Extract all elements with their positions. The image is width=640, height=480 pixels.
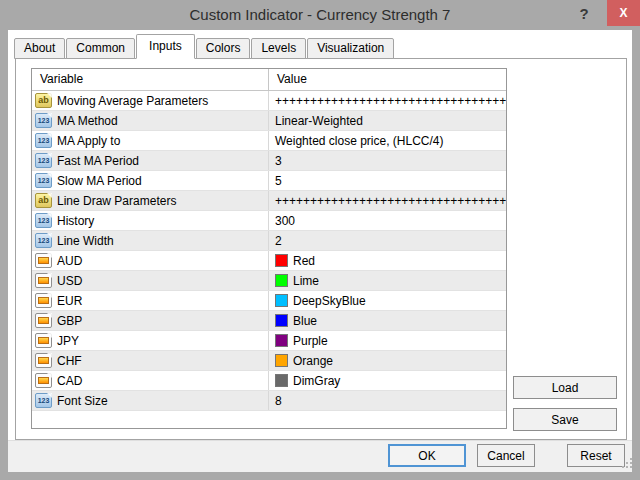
variable-label: MA Method xyxy=(57,112,118,130)
value-cell[interactable]: +++++++++++++++++++++++++++++++++ xyxy=(269,91,506,110)
numeric-param-icon: 123 xyxy=(35,153,52,168)
tab-inputs[interactable]: Inputs xyxy=(136,34,195,59)
variable-cell: CAD xyxy=(32,371,269,390)
variable-label: Slow MA Period xyxy=(57,172,142,190)
value-cell[interactable]: DimGray xyxy=(269,371,506,390)
numeric-param-icon: 123 xyxy=(35,393,52,408)
title-bar[interactable]: Custom Indicator - Currency Strength 7 ?… xyxy=(0,0,640,30)
variable-label: AUD xyxy=(57,252,82,270)
variable-label: GBP xyxy=(57,312,82,330)
table-row[interactable]: 123 History 300 xyxy=(32,211,506,231)
tab-colors[interactable]: Colors xyxy=(196,38,251,59)
variable-cell: 123 Slow MA Period xyxy=(32,171,269,190)
numeric-param-icon: 123 xyxy=(35,113,52,128)
tab-visualization[interactable]: Visualization xyxy=(307,38,394,59)
value-cell[interactable]: 300 xyxy=(269,211,506,230)
column-header-value[interactable]: Value xyxy=(269,69,506,90)
variable-cell: 123 MA Apply to xyxy=(32,131,269,150)
value-cell[interactable]: +++++++++++++++++++++++++++++++++ xyxy=(269,191,506,210)
table-row[interactable]: ab Moving Average Parameters +++++++++++… xyxy=(32,91,506,111)
table-row[interactable]: 123 MA Apply to Weighted close price, (H… xyxy=(32,131,506,151)
close-icon: X xyxy=(607,0,640,26)
value-cell[interactable]: Lime xyxy=(269,271,506,290)
value-cell[interactable]: 3 xyxy=(269,151,506,170)
param-icon-glyph: 123 xyxy=(36,114,51,127)
variable-label: Line Draw Parameters xyxy=(57,192,176,210)
help-button[interactable]: ? xyxy=(572,2,596,26)
value-label: +++++++++++++++++++++++++++++++++ xyxy=(275,92,506,110)
param-icon-glyph: 123 xyxy=(36,394,51,407)
table-row[interactable]: USD Lime xyxy=(32,271,506,291)
variable-cell: 123 MA Method xyxy=(32,111,269,130)
tab-bar: AboutCommonInputsColorsLevelsVisualizati… xyxy=(14,34,395,59)
table-row[interactable]: JPY Purple xyxy=(32,331,506,351)
value-cell[interactable]: 8 xyxy=(269,391,506,410)
value-label: 2 xyxy=(275,232,282,250)
value-label: Red xyxy=(293,252,315,270)
color-param-icon xyxy=(35,253,52,268)
table-row[interactable]: 123 Fast MA Period 3 xyxy=(32,151,506,171)
table-row[interactable]: CHF Orange xyxy=(32,351,506,371)
table-row[interactable]: EUR DeepSkyBlue xyxy=(32,291,506,311)
table-row[interactable]: AUD Red xyxy=(32,251,506,271)
table-row[interactable]: ab Line Draw Parameters ++++++++++++++++… xyxy=(32,191,506,211)
color-param-icon xyxy=(35,333,52,348)
color-param-icon xyxy=(35,353,52,368)
close-button[interactable]: X xyxy=(607,0,640,26)
table-row[interactable]: CAD DimGray xyxy=(32,371,506,391)
variable-cell: JPY xyxy=(32,331,269,350)
resize-grip[interactable] xyxy=(622,458,624,460)
cancel-button[interactable]: Cancel xyxy=(477,444,535,467)
table-row[interactable]: 123 MA Method Linear-Weighted xyxy=(32,111,506,131)
value-cell[interactable]: Red xyxy=(269,251,506,270)
tab-levels[interactable]: Levels xyxy=(251,38,306,59)
table-row[interactable]: 123 Line Width 2 xyxy=(32,231,506,251)
tab-label: Colors xyxy=(206,41,241,55)
color-swatch xyxy=(275,314,288,327)
variable-label: Font Size xyxy=(57,392,108,410)
save-button[interactable]: Save xyxy=(513,408,617,431)
variable-cell: ab Moving Average Parameters xyxy=(32,91,269,110)
value-cell[interactable]: Orange xyxy=(269,351,506,370)
variable-cell: CHF xyxy=(32,351,269,370)
string-param-icon: ab xyxy=(35,93,52,108)
ok-button[interactable]: OK xyxy=(388,444,466,467)
variable-label: History xyxy=(57,212,94,230)
variable-label: EUR xyxy=(57,292,82,310)
table-row[interactable]: 123 Font Size 8 xyxy=(32,391,506,411)
variable-label: CAD xyxy=(57,372,82,390)
variable-cell: AUD xyxy=(32,251,269,270)
string-param-icon: ab xyxy=(35,193,52,208)
numeric-param-icon: 123 xyxy=(35,173,52,188)
load-button[interactable]: Load xyxy=(513,376,617,399)
value-cell[interactable]: Purple xyxy=(269,331,506,350)
variable-label: MA Apply to xyxy=(57,132,120,150)
tab-common[interactable]: Common xyxy=(66,38,135,59)
color-swatch xyxy=(275,274,288,287)
value-label: +++++++++++++++++++++++++++++++++ xyxy=(275,192,506,210)
value-cell[interactable]: Blue xyxy=(269,311,506,330)
value-cell[interactable]: Linear-Weighted xyxy=(269,111,506,130)
reset-button[interactable]: Reset xyxy=(567,444,625,467)
variable-label: Moving Average Parameters xyxy=(57,92,208,110)
value-label: Purple xyxy=(293,332,328,350)
param-icon-glyph: 123 xyxy=(36,154,51,167)
tab-about[interactable]: About xyxy=(14,38,65,59)
button-bar xyxy=(8,440,632,472)
value-cell[interactable]: 2 xyxy=(269,231,506,250)
value-cell[interactable]: DeepSkyBlue xyxy=(269,291,506,310)
variable-label: JPY xyxy=(57,332,79,350)
numeric-param-icon: 123 xyxy=(35,133,52,148)
variable-cell: 123 Line Width xyxy=(32,231,269,250)
table-row[interactable]: 123 Slow MA Period 5 xyxy=(32,171,506,191)
column-header-variable[interactable]: Variable xyxy=(32,69,269,90)
value-label: 3 xyxy=(275,152,282,170)
variable-label: CHF xyxy=(57,352,82,370)
variable-cell: 123 Font Size xyxy=(32,391,269,410)
numeric-param-icon: 123 xyxy=(35,233,52,248)
table-row[interactable]: GBP Blue xyxy=(32,311,506,331)
value-cell[interactable]: Weighted close price, (HLCC/4) xyxy=(269,131,506,150)
value-cell[interactable]: 5 xyxy=(269,171,506,190)
value-label: Orange xyxy=(293,352,333,370)
value-label: Blue xyxy=(293,312,317,330)
